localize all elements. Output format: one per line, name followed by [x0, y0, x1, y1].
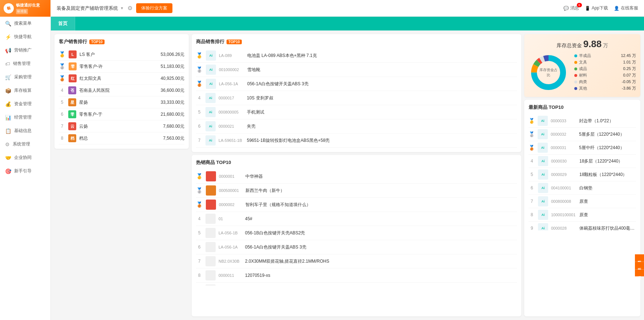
sidebar-item-sales[interactable]: 🏷 销售管理	[0, 57, 50, 70]
service-icon: 👤	[614, 6, 619, 11]
legend-item: 其他 -3.86 万	[574, 86, 636, 91]
sidebar-item-quicknav[interactable]: ⚡ 快捷导航	[0, 30, 50, 44]
sidebar-item-operations[interactable]: 📊 经营管理	[0, 111, 50, 124]
latest-product-img: Ai	[538, 169, 548, 180]
rank-medal: 🥇	[196, 173, 203, 180]
product-name: 056-1A白色按键开关盖ABS 3壳	[247, 81, 517, 87]
legend-color	[574, 67, 577, 70]
hot-product-img	[206, 171, 216, 181]
rank-avatar: 零	[69, 62, 77, 70]
hot-product-name: 056-1A白色按键开关盖ABS 3壳	[245, 244, 517, 250]
latest-product-code: 0000029	[551, 172, 576, 177]
legend-value: -0.05 万	[622, 79, 636, 85]
rank-medal: 🥈	[196, 66, 203, 73]
trial-button[interactable]: 体验行业方案	[136, 3, 172, 13]
sidebar-item-label: 库存核算	[14, 87, 32, 94]
sidebar-item-finance[interactable]: 💰 资金管理	[0, 97, 50, 111]
app-download-button[interactable]: 📱 App下载	[585, 5, 608, 11]
logo-badge: 标准版	[16, 9, 28, 14]
rank-avatar: 星	[68, 98, 76, 106]
customer-service-btn[interactable]: 客服热线	[635, 254, 644, 262]
legend-color	[574, 74, 577, 77]
live-btn[interactable]: 直播	[635, 270, 644, 276]
hot-product-name: 新西兰牛肉（新牛）	[245, 188, 517, 194]
latest-product-code: 0000031	[551, 145, 576, 150]
inventory-total: 库存总资金 9.88 万	[529, 38, 636, 50]
inventory-chart: 库存资金占比 半成品 12.45 万 文具 1.01 万 成品 0.25 万 材…	[529, 53, 636, 93]
product-code: LA-59651-1B	[219, 138, 244, 143]
rank-num: 6	[196, 124, 203, 129]
latest-product-img: Ai	[538, 196, 548, 206]
sidebar-item-guide[interactable]: 🎯 新手引导	[0, 164, 50, 178]
rank-name: 云扬	[79, 123, 160, 130]
latest-products-list: 🥇 Ai 0000033 封边带（1.0*22） 🥈 Ai 0000032 5厘…	[529, 114, 636, 230]
rank-num: 8	[196, 273, 203, 278]
latest-product-name: 5厘多层（1220*2440）	[579, 131, 636, 138]
product-img: Ai	[205, 93, 216, 103]
rank-medal: 🥇	[196, 52, 203, 59]
customer-rank-item: 7 云 云扬 7,680.00元	[59, 120, 184, 132]
service-community-btn[interactable]: 服务社区	[635, 262, 644, 270]
latest-product-name: 白钢垫	[579, 185, 636, 191]
sidebar-item-purchase[interactable]: 🛒 采购管理	[0, 70, 50, 84]
hot-product-code: LA-056-1B	[219, 231, 242, 235]
latest-product-name: 5厘中纤（1220*2440）	[579, 145, 636, 151]
sidebar-item-inventory[interactable]: 📦 库存核算	[0, 84, 50, 97]
product-rank-item: 🥉 Ai LA-056-1A 056-1A白色按键开关盖ABS 3壳	[196, 77, 517, 91]
latest-products-card: 最新商品 TOP10 🥇 Ai 0000033 封边带（1.0*22） 🥈 Ai…	[524, 100, 640, 316]
hot-product-name: 12070519-xs	[245, 273, 517, 278]
legend-color	[574, 54, 577, 57]
online-service-button[interactable]: 👤 在线客服	[614, 5, 638, 11]
tab-home[interactable]: 首页	[51, 17, 75, 30]
latest-product-name: 封边带（1.0*22）	[579, 118, 636, 124]
rank-avatar: 红	[69, 74, 77, 82]
product-code: LA-089	[219, 53, 244, 58]
sidebar-item-collab[interactable]: 🤝 企业协同	[0, 151, 50, 164]
rank-avatar: 档	[68, 134, 76, 142]
rank-medal: 🥈	[529, 131, 535, 137]
hot-product-code: 01	[219, 217, 242, 221]
rank-medal: 🥇	[59, 51, 66, 58]
rank-num: 4	[59, 88, 65, 93]
hot-product-name: 2.0X30MM双搓花轴,搓花直径2.1MM/ROHS	[245, 258, 517, 264]
messages-button[interactable]: 💬 消息 6	[563, 5, 579, 11]
legend-label: 文具	[579, 60, 587, 65]
latest-product-img: Ai	[538, 116, 548, 126]
hot-product-code: 0000011	[219, 273, 242, 278]
marketing-icon: 📢	[5, 48, 11, 53]
rank-name: 零售客户-于	[79, 111, 158, 118]
latest-product-img: Ai	[538, 156, 548, 166]
right-column: 库存总资金 9.88 万	[524, 34, 640, 316]
inventory-unit: 万	[603, 42, 608, 48]
hot-product-item: 7 NB2.0X30B 2.0X30MM双搓花轴,搓花直径2.1MM/ROHS	[196, 254, 517, 268]
nav-tabs: 首页	[51, 17, 644, 30]
rank-num: 5	[196, 230, 203, 235]
sidebar-item-system[interactable]: ⚙ 系统管理	[0, 138, 50, 151]
legend-label: 成品	[579, 66, 587, 71]
legend-color	[574, 81, 577, 83]
product-code: 000800005	[219, 110, 244, 114]
legend-color	[574, 61, 577, 64]
sidebar-item-search[interactable]: 🔍 搜索菜单	[0, 17, 50, 30]
hot-product-img	[205, 214, 216, 224]
rank-num: 8	[529, 212, 535, 217]
rank-num: 6	[529, 185, 535, 190]
rank-num: 7	[59, 124, 65, 129]
product-sales-badge: TOP10	[227, 40, 242, 44]
settings-icon[interactable]: ⚙	[127, 5, 133, 12]
sidebar-item-basic-info[interactable]: 📋 基础信息	[0, 124, 50, 138]
hot-product-img	[205, 228, 216, 238]
legend-item: 文具 1.01 万	[574, 60, 636, 65]
customer-rank-item: 8 档 档总 7,563.00元	[59, 132, 184, 144]
inventory-value: 9.88	[583, 38, 602, 49]
sidebar-item-label: 新手引导	[14, 168, 32, 174]
legend-label: 其他	[579, 86, 587, 91]
system-icon: ⚙	[5, 141, 10, 147]
legend-label: 肉类	[579, 79, 587, 85]
latest-product-name: 18多层（1220*2440）	[579, 158, 636, 164]
sidebar-item-marketing[interactable]: 📢 营销推广	[0, 44, 50, 57]
float-buttons: 客服热线 服务社区 直播	[635, 254, 644, 276]
product-rank-item: 6 Ai 0000021 夹壳	[196, 119, 517, 134]
latest-product-code: 0000030	[551, 159, 576, 163]
product-sales-card: 商品销售排行 TOP10 🥇 Ai LA-089 电池盖 LA-089 ABS本…	[192, 34, 521, 152]
